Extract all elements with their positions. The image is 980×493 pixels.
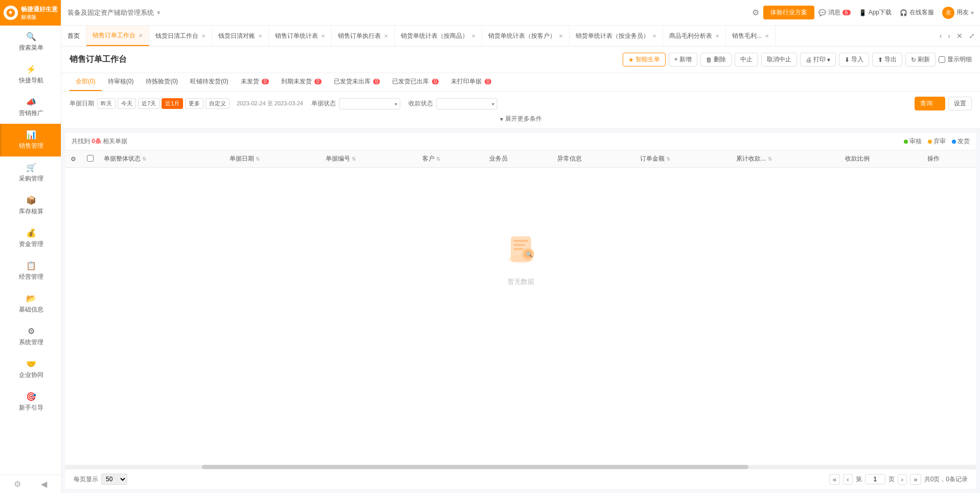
tab-sales-gross-close[interactable]: ✕: [765, 33, 769, 39]
tab-cash-reconcile[interactable]: 钱货日清对账 ✕: [212, 26, 269, 46]
date-btn-custom[interactable]: 自定义: [206, 98, 230, 109]
industry-btn[interactable]: 体验行业方案: [763, 6, 814, 19]
select-all-checkbox[interactable]: [87, 155, 94, 162]
tab-sales-stats[interactable]: 销售订单统计表 ✕: [269, 26, 332, 46]
horizontal-scrollbar[interactable]: [65, 465, 976, 469]
sidebar-item-enterprise[interactable]: 🤝 企业协同: [0, 353, 61, 386]
page-input[interactable]: [865, 474, 885, 484]
tab-sales-gross[interactable]: 销售毛利... ✕: [726, 26, 776, 46]
tab-sales-salesman[interactable]: 销货单统计表（按业务员） ✕: [569, 26, 663, 46]
stop-btn[interactable]: 中止: [735, 53, 758, 66]
date-btn-yesterday[interactable]: 昨天: [97, 98, 116, 109]
filter-tab-shipped-out[interactable]: 已发货已出库 0: [386, 73, 445, 91]
th-collected[interactable]: 累计收款... ⇅: [731, 150, 839, 168]
abandon-review-action[interactable]: 弃审: [928, 137, 946, 146]
sidebar-item-quicknav[interactable]: ⚡ 快捷导航: [0, 58, 61, 91]
settings-bottom-btn[interactable]: ⚙: [14, 479, 21, 489]
prev-page-btn[interactable]: ‹: [843, 474, 852, 485]
tab-sales-exec-close[interactable]: ✕: [384, 33, 388, 39]
review-action[interactable]: 审核: [904, 137, 922, 146]
sidebar-item-purchase[interactable]: 🛒 采购管理: [0, 156, 61, 189]
delete-btn[interactable]: 🗑 删除: [700, 53, 732, 66]
topbar-settings-icon[interactable]: ⚙: [752, 8, 759, 17]
collapse-btn[interactable]: ◀: [41, 479, 47, 489]
tab-maximize-btn[interactable]: ⤢: [967, 31, 977, 41]
dropdown-icon[interactable]: ▾: [157, 9, 161, 16]
show-detail-checkbox[interactable]: 显示明细: [939, 55, 972, 64]
tab-sales-workbench[interactable]: 销售订单工作台 ✕: [86, 26, 149, 46]
sidebar-item-basicinfo[interactable]: 📂 基础信息: [0, 287, 61, 320]
th-amount[interactable]: 订单金额 ⇅: [635, 150, 732, 168]
user-menu[interactable]: 友 用友 ▾: [942, 7, 974, 19]
tab-next-btn[interactable]: ›: [946, 31, 952, 41]
tab-daily-cash[interactable]: 钱货日清工作台 ✕: [149, 26, 212, 46]
add-btn[interactable]: + 新增: [669, 53, 697, 66]
export-btn[interactable]: ⬆ 导出: [872, 53, 902, 66]
table-wrapper[interactable]: ⚙ 单据整体状态 ⇅ 单据日期 ⇅: [65, 150, 976, 465]
filter-tab-overdue[interactable]: 到期未发货 0: [275, 73, 328, 91]
per-page-select[interactable]: 50 100 200: [101, 474, 127, 485]
expand-conditions-btn[interactable]: ▾ 展开更多条件: [70, 115, 972, 123]
sidebar-item-operations[interactable]: 📋 经营管理: [0, 255, 61, 287]
th-salesman[interactable]: 业务员: [484, 150, 552, 168]
filter-tab-shipped-no-out[interactable]: 已发货未出库 0: [328, 73, 386, 91]
sidebar-item-marketing[interactable]: 📣 营销推广: [0, 91, 61, 124]
th-ratio[interactable]: 收款比例: [840, 150, 923, 168]
payment-select[interactable]: [436, 98, 497, 109]
tab-gross-margin-close[interactable]: ✕: [715, 33, 719, 39]
tab-sales-product[interactable]: 销货单统计表（按商品） ✕: [395, 26, 482, 46]
message-btn[interactable]: 💬 消息 6: [818, 8, 851, 17]
tab-sales-customer-close[interactable]: ✕: [559, 33, 563, 39]
th-customer[interactable]: 客户 ⇅: [417, 150, 485, 168]
tab-sales-workbench-close[interactable]: ✕: [139, 33, 143, 38]
filter-tab-pending-review[interactable]: 待审核(0): [102, 73, 140, 91]
tab-home[interactable]: 首页: [61, 26, 86, 46]
scrollbar-thumb[interactable]: [202, 465, 748, 469]
th-status[interactable]: 单据整体状态 ⇅: [99, 150, 224, 168]
date-btn-more[interactable]: 更多: [185, 98, 203, 109]
ship-action[interactable]: 发货: [952, 137, 970, 146]
status-select[interactable]: [339, 98, 400, 109]
first-page-btn[interactable]: «: [829, 474, 840, 485]
smart-create-btn[interactable]: ★ 智能生单: [623, 53, 666, 66]
th-exception[interactable]: 异常信息: [552, 150, 635, 168]
setting-filter-btn[interactable]: 设置: [948, 97, 972, 110]
date-btn-1month[interactable]: 近1月: [162, 98, 183, 109]
filter-tab-unprinted[interactable]: 未打印单据 0: [445, 73, 497, 91]
tab-prev-btn[interactable]: ‹: [938, 31, 944, 41]
query-btn[interactable]: 查询: [915, 97, 945, 110]
filter-tab-pending-pick[interactable]: 待拣验货(0): [140, 73, 184, 91]
th-number[interactable]: 单据编号 ⇅: [321, 150, 417, 168]
tab-cash-reconcile-close[interactable]: ✕: [258, 33, 262, 39]
sidebar-item-finance[interactable]: 💰 资金管理: [0, 222, 61, 255]
import-btn[interactable]: ⬇ 导入: [839, 53, 869, 66]
tab-sales-stats-close[interactable]: ✕: [321, 33, 325, 39]
th-date[interactable]: 单据日期 ⇅: [224, 150, 321, 168]
filter-tab-all[interactable]: 全部(0): [70, 73, 102, 91]
print-btn[interactable]: 🖨 打印 ▾: [800, 53, 836, 66]
tab-sales-customer[interactable]: 销货单统计表（按客户） ✕: [482, 26, 569, 46]
refresh-btn[interactable]: ↻ 刷新: [905, 53, 936, 66]
tab-sales-exec[interactable]: 销售订单执行表 ✕: [332, 26, 395, 46]
th-settings[interactable]: ⚙: [65, 150, 82, 168]
sidebar-item-guide[interactable]: 🎯 新手引导: [0, 386, 61, 418]
cancel-stop-btn[interactable]: 取消中止: [761, 53, 797, 66]
tab-daily-cash-close[interactable]: ✕: [201, 33, 206, 39]
next-page-btn[interactable]: ›: [898, 474, 907, 485]
filter-tab-unshipped[interactable]: 未发货 0: [235, 73, 275, 91]
tab-gross-margin[interactable]: 商品毛利分析表 ✕: [663, 26, 726, 46]
tab-close-all-btn[interactable]: ✕: [954, 31, 965, 41]
filter-tab-wangpu[interactable]: 旺铺待发货(0): [184, 73, 235, 91]
tab-sales-salesman-close[interactable]: ✕: [652, 33, 656, 39]
online-service-btn[interactable]: 🎧 在线客服: [900, 8, 934, 17]
date-btn-7days[interactable]: 近7天: [138, 98, 159, 109]
th-checkbox[interactable]: [82, 150, 99, 168]
tab-sales-product-close[interactable]: ✕: [471, 33, 475, 39]
sidebar-item-inventory[interactable]: 📦 库存核算: [0, 189, 61, 222]
sidebar-item-system[interactable]: ⚙ 系统管理: [0, 320, 61, 353]
date-btn-today[interactable]: 今天: [118, 98, 136, 109]
app-download-btn[interactable]: 📱 App下载: [859, 8, 892, 17]
sidebar-item-sales[interactable]: 📊 销售管理: [0, 124, 61, 156]
show-detail-input[interactable]: [939, 56, 945, 63]
last-page-btn[interactable]: »: [910, 474, 921, 485]
